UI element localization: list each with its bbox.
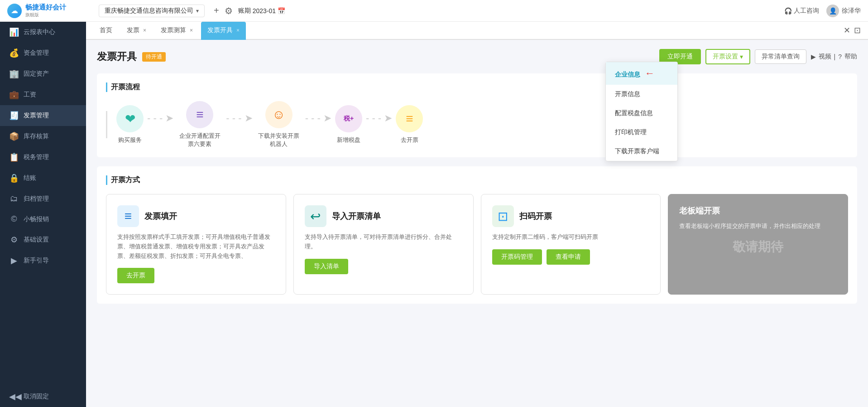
method-cards: ≡ 发票填开 支持按照发票样式手工填开发票；可开具增值税电子普通发票、增值税普通…: [106, 194, 848, 295]
settings-button[interactable]: ⚙: [225, 5, 233, 16]
content-area: 首页 发票 × 发票测算 × 发票开具 × ✕ ⊡: [86, 22, 868, 407]
boss-title: 老板端开票: [679, 205, 720, 216]
sidebar-item-assets[interactable]: 🏢 固定资产: [0, 63, 86, 84]
method-card-fill: ≡ 发票填开 支持按照发票样式手工填开发票；可开具增值税电子普通发票、增值税普通…: [106, 194, 286, 295]
company-selector[interactable]: 重庆畅捷交通信息咨询有限公司 ▾: [99, 5, 205, 17]
dropdown-label-taxdisk: 配置税盘信息: [615, 109, 653, 116]
tab-home[interactable]: 首页: [93, 22, 119, 40]
flow-step-5[interactable]: ≡ 去开票: [396, 105, 423, 144]
step-icon-4: 税+: [335, 105, 362, 132]
step-icon-2: ≡: [186, 101, 213, 128]
tab-maximize-button[interactable]: ⊡: [854, 25, 861, 35]
finance-icon: 💰: [9, 48, 19, 58]
sidebar-item-finance[interactable]: 💰 资金管理: [0, 43, 86, 63]
flow-divider: [106, 111, 107, 138]
archive-icon: 🗂: [9, 194, 19, 204]
sidebar-item-unpin[interactable]: ◀◀ 取消固定: [0, 386, 86, 407]
sidebar-bottom: ◀◀ 取消固定: [0, 386, 86, 407]
methods-section-title: 开票方式: [106, 175, 848, 185]
step-arrow-1: - - - ➤: [144, 112, 177, 124]
method-card-scan-header: ⊡ 扫码开票: [492, 205, 650, 227]
flow-step-4[interactable]: 税+ 新增税盘: [335, 105, 362, 144]
tab-close-all-button[interactable]: ✕: [844, 25, 850, 35]
tab-invoice-label: 发票: [127, 26, 139, 34]
flow-step-1[interactable]: ❤ 购买服务: [116, 105, 144, 144]
dropdown-label-company: 企业信息: [615, 71, 640, 78]
flow-steps: ❤ 购买服务 - - - ➤ ≡ 企业开通配置开票六要素 - - - ➤ ☺ 下…: [106, 101, 848, 148]
top-actions: + ⚙: [214, 5, 233, 16]
play-icon: ▶: [811, 53, 816, 60]
avatar: 👤: [826, 5, 839, 17]
step-arrow-2: - - - ➤: [222, 112, 256, 124]
sidebar-item-invoice[interactable]: 🧾 发票管理: [0, 105, 86, 126]
help-icon: ?: [838, 53, 842, 60]
flow-step-3[interactable]: ☺ 下载并安装开票机器人: [256, 101, 302, 148]
close-books-icon: 🔒: [9, 173, 19, 183]
calendar-icon[interactable]: 📅: [278, 7, 285, 15]
sidebar-item-inventory[interactable]: 📦 库存核算: [0, 126, 86, 147]
sidebar-item-expense[interactable]: © 小畅报销: [0, 209, 86, 229]
dropdown-item-taxdisk[interactable]: 配置税盘信息: [606, 104, 677, 123]
sidebar-item-salary[interactable]: 💼 工资: [0, 84, 86, 105]
scan-btn-1[interactable]: 开票码管理: [492, 249, 542, 265]
video-label[interactable]: 视频: [819, 53, 831, 61]
flow-section: 开票流程 ❤ 购买服务 - - - ➤ ≡ 企业开通配置开票六要素: [97, 73, 857, 157]
flow-step-2[interactable]: ≡ 企业开通配置开票六要素: [177, 101, 222, 148]
tab-issue-close[interactable]: ×: [236, 27, 240, 34]
dropdown-item-printer[interactable]: 打印机管理: [606, 123, 677, 142]
tab-invoice-close[interactable]: ×: [143, 27, 146, 34]
step-arrow-3: - - - ➤: [302, 112, 335, 124]
dropdown-item-company[interactable]: 企业信息 ←: [606, 62, 677, 85]
page-content: 发票开具 待开通 立即开通 开票设置 ▾ 异常清单查询 ▶ 视频 |: [86, 40, 868, 407]
step-icon-1: ❤: [116, 105, 144, 132]
abnormal-list-button[interactable]: 异常清单查询: [755, 49, 806, 64]
support-button[interactable]: 🎧 人工咨询: [784, 7, 819, 15]
sidebar-item-settings[interactable]: ⚙ 基础设置: [0, 229, 86, 250]
reports-icon: 📊: [9, 27, 19, 37]
tab-calc-close[interactable]: ×: [190, 27, 193, 34]
scan-desc: 支持定制开票二维码，客户端可扫码开票: [492, 233, 650, 242]
sidebar-item-guide[interactable]: ▶ 新手引导: [0, 250, 86, 271]
step-label-2: 企业开通配置开票六要素: [177, 132, 222, 148]
step-arrow-4: - - - ➤: [362, 112, 396, 124]
step-label-1: 购买服务: [118, 136, 142, 144]
tab-calc-label: 发票测算: [161, 26, 186, 34]
sidebar-label-close: 结账: [24, 174, 36, 182]
fill-btn[interactable]: 去开票: [117, 268, 154, 283]
unpin-icon: ◀◀: [9, 392, 19, 402]
dropdown-item-download[interactable]: 下载开票客户端: [606, 142, 677, 161]
method-card-import-header: ↩ 导入开票清单: [305, 205, 462, 227]
sidebar-item-close[interactable]: 🔒 结账: [0, 168, 86, 189]
sidebar-item-archive[interactable]: 🗂 归档管理: [0, 189, 86, 209]
help-label[interactable]: 帮助: [844, 53, 857, 61]
red-arrow-icon: ←: [645, 68, 655, 79]
top-right: 🎧 人工咨询 👤 徐泽华: [784, 5, 861, 17]
boss-overlay: 敬请期待: [679, 238, 837, 256]
page-header: 发票开具 待开通 立即开通 开票设置 ▾ 异常清单查询 ▶ 视频 |: [97, 49, 857, 64]
tab-issue[interactable]: 发票开具 ×: [201, 22, 246, 40]
logo-sub: 旗舰版: [25, 12, 66, 18]
settings-dropdown-button[interactable]: 开票设置 ▾: [705, 49, 750, 64]
scan-btn-2[interactable]: 查看申请: [547, 249, 590, 265]
import-btn[interactable]: 导入清单: [305, 259, 348, 274]
tab-invoice[interactable]: 发票 ×: [120, 22, 153, 40]
tab-home-label: 首页: [100, 26, 112, 34]
step-label-5: 去开票: [401, 136, 418, 144]
fill-desc: 支持按照发票样式手工填开发票；可开具增值税电子普通发票、增值税普通发票、增值税专…: [117, 233, 275, 261]
tab-bar: 首页 发票 × 发票测算 × 发票开具 × ✕ ⊡: [86, 22, 868, 40]
step-label-3: 下载并安装开票机器人: [256, 132, 302, 148]
sidebar-label-guide: 新手引导: [24, 257, 49, 265]
method-card-import: ↩ 导入开票清单 支持导入待开票清单，可对待开票清单进行拆分、合并处理。 导入清…: [293, 194, 474, 295]
tab-calc[interactable]: 发票测算 ×: [154, 22, 199, 40]
logo-text: 畅捷通好会计: [25, 3, 66, 12]
page-header-right: 立即开通 开票设置 ▾ 异常清单查询 ▶ 视频 | ? 帮助: [659, 49, 857, 64]
fill-icon: ≡: [117, 205, 139, 227]
user-button[interactable]: 👤 徐泽华: [826, 5, 861, 17]
sidebar-item-tax[interactable]: 📋 税务管理: [0, 147, 86, 168]
step-icon-3: ☺: [265, 101, 293, 128]
tab-issue-label: 发票开具: [207, 26, 233, 34]
fill-title: 发票填开: [144, 211, 177, 222]
dropdown-item-invoice-info[interactable]: 开票信息: [606, 85, 677, 104]
sidebar-item-reports[interactable]: 📊 云报表中心: [0, 22, 86, 43]
add-button[interactable]: +: [214, 5, 219, 16]
